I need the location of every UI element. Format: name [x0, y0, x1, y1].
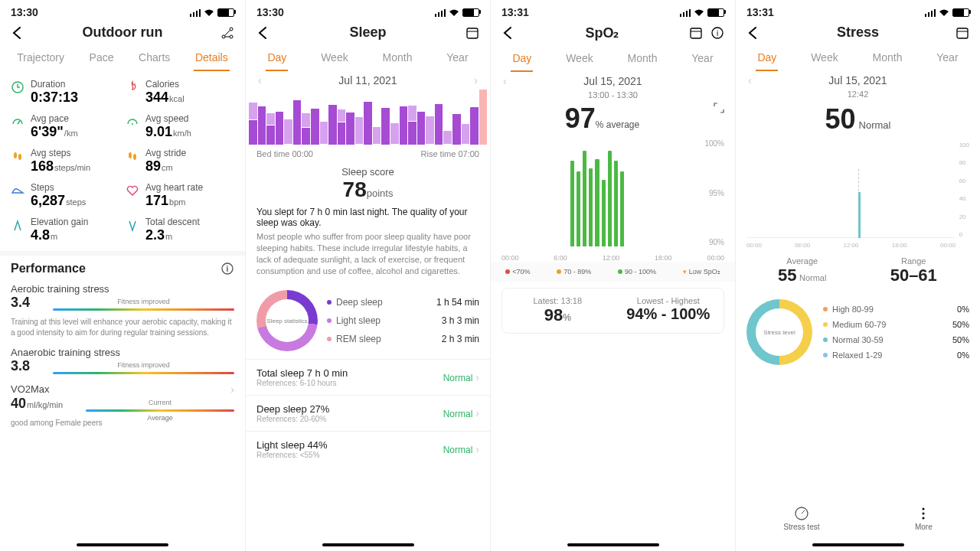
back-icon[interactable] — [256, 26, 270, 40]
calendar-icon[interactable] — [956, 26, 969, 40]
donut-chart: Sleep statistics — [256, 290, 318, 351]
svg-rect-18 — [444, 9, 446, 17]
prev-day-icon[interactable]: ‹ — [258, 74, 262, 86]
stat-calories: Calories344kcal — [126, 79, 234, 106]
tab-month[interactable]: Month — [626, 49, 659, 72]
svg-rect-29 — [931, 11, 933, 17]
battery-icon — [707, 8, 724, 17]
page-title: SpO₂ — [585, 24, 619, 41]
svg-rect-28 — [928, 12, 929, 17]
next-day-icon[interactable]: › — [474, 74, 478, 86]
stat-avg-stride: Avg stride89cm — [126, 148, 234, 174]
back-icon[interactable] — [501, 26, 515, 40]
sleep-row-light[interactable]: Light sleep 44%References: <55%Normal› — [246, 431, 490, 467]
tab-week[interactable]: Week — [809, 48, 840, 71]
tab-day[interactable]: Day — [756, 48, 778, 71]
prev-day-icon[interactable]: ‹ — [748, 74, 752, 86]
tab-year[interactable]: Year — [935, 48, 959, 71]
stat-avg-pace: Avg pace6'39"/km — [11, 113, 119, 140]
battery-icon — [217, 8, 234, 17]
svg-rect-23 — [689, 9, 691, 17]
svg-rect-17 — [441, 11, 443, 17]
screen-sleep: 13:30 Sleep Day Week Month Year ‹ Jul 11… — [245, 0, 490, 551]
calendar-icon[interactable] — [466, 26, 479, 40]
stress-donut: Stress level High 80-990% Medium 60-7950… — [736, 293, 980, 371]
stress-test-button[interactable]: Stress test — [783, 506, 819, 531]
tab-month[interactable]: Month — [871, 48, 904, 71]
sleep-hypnogram[interactable] — [246, 90, 490, 145]
svg-point-35 — [923, 517, 925, 520]
calendar-icon[interactable] — [689, 26, 703, 40]
tab-day[interactable]: Day — [266, 48, 288, 71]
svg-point-6 — [230, 35, 233, 38]
sleep-row-deep[interactable]: Deep sleep 27%References: 20-60%Normal› — [246, 395, 490, 431]
screen-spo2: 13:31 SpO₂ i Day Week Month Year ‹ Jul 1… — [490, 0, 735, 551]
svg-point-11 — [129, 152, 132, 158]
tab-year[interactable]: Year — [690, 49, 714, 72]
signal-icon — [190, 8, 201, 17]
footsteps-icon — [11, 149, 24, 163]
flame-icon — [126, 80, 139, 94]
stress-value: 50Normal — [736, 99, 980, 135]
back-icon[interactable] — [11, 26, 24, 40]
svg-rect-30 — [934, 9, 936, 17]
sleep-donut: Sleep statistics Deep sleep1 h 54 min Li… — [246, 282, 490, 359]
svg-rect-0 — [190, 14, 191, 17]
vo2max[interactable]: VO2Max› 40ml/kg/min Current Average — [0, 379, 245, 416]
tab-week[interactable]: Week — [319, 48, 350, 71]
back-icon[interactable] — [746, 26, 760, 40]
tab-charts[interactable]: Charts — [137, 48, 172, 71]
bottom-actions: Stress test More — [736, 506, 980, 531]
status-bar: 13:31 — [491, 0, 735, 20]
stat-avg-hr: Avg heart rate171bpm — [126, 182, 234, 209]
screen-outdoor-run: 13:30 Outdoor run Trajectory Pace Charts… — [0, 0, 245, 551]
bed-rise-times: Bed time 00:00Rise time 07:00 — [246, 148, 490, 160]
svg-rect-2 — [196, 11, 198, 17]
stress-chart[interactable]: 100806040200 00:0006:0012:0018:0000:00 — [746, 142, 969, 249]
home-indicator[interactable] — [322, 543, 414, 546]
wifi-icon — [694, 8, 704, 17]
tabs: Day Week Month Year — [246, 45, 490, 71]
aerobic-stress[interactable]: Aerobic training stress 3.4 Fitness impr… — [0, 279, 245, 315]
prev-day-icon[interactable]: ‹ — [503, 75, 507, 87]
tabs: Trajectory Pace Charts Details — [0, 45, 245, 71]
info-icon[interactable]: i — [710, 26, 724, 40]
signal-icon — [925, 8, 936, 17]
stride-icon — [126, 149, 139, 163]
share-icon[interactable] — [220, 26, 234, 40]
tab-trajectory[interactable]: Trajectory — [15, 48, 66, 71]
home-indicator[interactable] — [812, 543, 904, 546]
tab-details[interactable]: Details — [194, 48, 230, 71]
tab-day[interactable]: Day — [511, 49, 533, 72]
signal-icon — [435, 8, 446, 17]
header: Outdoor run — [0, 20, 245, 45]
tab-year[interactable]: Year — [445, 48, 469, 71]
sleep-row-total[interactable]: Total sleep 7 h 0 minReferences: 6-10 ho… — [246, 359, 490, 395]
date-nav: ‹ Jul 15, 2021 › — [736, 71, 980, 90]
tab-pace[interactable]: Pace — [88, 48, 116, 71]
spo2-chart[interactable]: 100%95%90% 00:006:0012:0018:0000:00 — [501, 139, 724, 262]
screen-stress: 13:31 Stress Day Week Month Year ‹ Jul 1… — [735, 0, 980, 551]
gauge-icon — [11, 115, 24, 129]
battery-icon — [952, 8, 969, 17]
home-indicator[interactable] — [77, 543, 168, 546]
svg-point-34 — [923, 513, 925, 515]
gradient-bar: Average — [86, 409, 234, 412]
stress-avg-range: Average55 Normal Range50–61 — [736, 249, 980, 293]
expand-icon[interactable] — [714, 103, 724, 113]
stress-legend: High 80-990% Medium 60-7950% Normal 30-5… — [823, 305, 969, 360]
anaerobic-stress[interactable]: Anaerobic training stress 3.8 Fitness im… — [0, 342, 245, 379]
info-icon[interactable]: i — [220, 262, 234, 276]
status-bar: 13:31 — [736, 0, 980, 20]
speed-icon — [126, 115, 139, 129]
chevron-right-icon: › — [230, 383, 234, 396]
svg-rect-22 — [686, 11, 688, 17]
more-button[interactable]: More — [915, 506, 933, 531]
tab-month[interactable]: Month — [381, 48, 414, 71]
header: SpO₂ i — [491, 20, 735, 46]
vo2-peer: good among Female peers — [0, 416, 245, 433]
svg-rect-1 — [193, 12, 194, 17]
tab-week[interactable]: Week — [564, 49, 595, 72]
clock-icon — [11, 80, 24, 94]
home-indicator[interactable] — [567, 543, 659, 546]
